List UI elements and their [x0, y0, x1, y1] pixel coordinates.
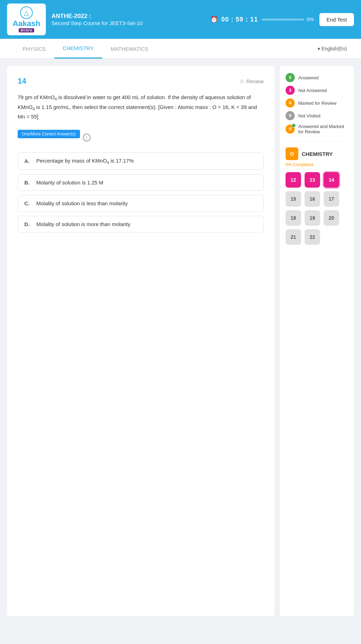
star-icon: ☆ — [239, 78, 244, 85]
question-grid: 12 13 14 15 16 17 18 19 20 21 22 — [286, 172, 348, 245]
q-btn-16[interactable]: 16 — [305, 191, 320, 207]
tab-physics[interactable]: PHYSICS — [14, 40, 54, 58]
option-b[interactable]: B. Molarity of solution is 1.25 M — [18, 174, 264, 191]
main-content: 14 ☆ Review 79 gm of KMnO4 is dissolved … — [0, 59, 361, 623]
marked-label: Marked for Review — [298, 101, 336, 106]
chemistry-section-title: CHEMISTRY — [302, 151, 333, 157]
status-marked: 0 Marked for Review — [286, 98, 348, 108]
progress-bar-container: 0% — [262, 17, 314, 22]
logo: △ Aakash BYJU'S — [7, 4, 46, 35]
marked-count: 0 — [289, 101, 292, 105]
review-label: Review — [246, 78, 264, 84]
header: △ Aakash BYJU'S ANTHE-2022 : Second Step… — [0, 0, 361, 39]
option-c-text: Molality of solution is less than molari… — [36, 200, 257, 206]
option-d-letter: D. — [24, 221, 31, 227]
progress-pct: 0% — [307, 17, 314, 22]
logo-icon: △ — [20, 6, 33, 19]
not-visited-count: 8 — [289, 113, 292, 118]
logo-byju-text: BYJU'S — [19, 28, 34, 32]
not-visited-label: Not Visited — [298, 113, 320, 119]
timer-icon: ⏰ — [210, 16, 218, 23]
q-btn-20[interactable]: 20 — [324, 210, 339, 226]
answered-marked-label: Answered and Marked for Review — [298, 124, 348, 134]
question-number: 14 — [18, 77, 26, 86]
answer-type-tag: One/More Correct Answer(s) — [18, 130, 80, 138]
status-not-visited: 8 Not Visited — [286, 111, 348, 120]
sidebar: 0 Answered 3 Not Answered 0 Marked for R… — [280, 66, 354, 616]
not-visited-badge: 8 — [286, 111, 295, 120]
not-answered-badge: 3 — [286, 86, 295, 95]
grid-row-3: 18 19 20 — [286, 210, 348, 226]
answered-marked-badge: 0 — [286, 124, 295, 134]
q-btn-18[interactable]: 18 — [286, 210, 301, 226]
option-a-letter: A. — [24, 158, 31, 164]
q-btn-14[interactable]: 14 — [324, 172, 339, 188]
exam-subtitle: Second Step Course for JEET3-Set-10 — [51, 20, 204, 26]
info-icon[interactable]: i — [83, 134, 91, 141]
answered-badge: 0 — [286, 73, 295, 82]
not-answered-count: 3 — [289, 88, 292, 93]
q-btn-21[interactable]: 21 — [286, 229, 301, 245]
exam-title: ANTHE-2022 : — [51, 13, 204, 20]
tab-chemistry[interactable]: CHEMISTRY — [54, 39, 102, 59]
status-answered-marked: 0 Answered and Marked for Review — [286, 124, 348, 134]
option-b-letter: B. — [24, 180, 31, 186]
logo-aakash-text: Aakash — [13, 20, 40, 28]
chemistry-section: ⚙ CHEMISTRY 0% Completed 12 13 14 15 16 … — [286, 141, 348, 245]
grid-row-1: 12 13 14 — [286, 172, 348, 188]
language-selector[interactable]: ▾ English(En) — [318, 46, 347, 51]
q-btn-17[interactable]: 17 — [324, 191, 339, 207]
options-list: A. Percentage by mass of KMnO4 is 17.17%… — [18, 152, 264, 232]
option-d-text: Molality of solution is more than molari… — [36, 221, 257, 227]
tab-mathematics[interactable]: MATHEMATICS — [102, 40, 157, 58]
grid-row-4: 21 22 — [286, 229, 348, 245]
progress-bar — [262, 19, 304, 20]
question-header: 14 ☆ Review — [18, 77, 264, 86]
marked-badge: 0 — [286, 98, 295, 108]
chevron-down-icon: ▾ — [318, 46, 320, 51]
status-answered: 0 Answered — [286, 73, 348, 82]
language-label: English(En) — [322, 46, 347, 51]
option-c[interactable]: C. Molality of solution is less than mol… — [18, 195, 264, 212]
question-text: 79 gm of KMnO4 is dissolved in water to … — [18, 93, 264, 121]
chemistry-header: ⚙ CHEMISTRY — [286, 147, 348, 160]
chemistry-icon: ⚙ — [286, 147, 298, 160]
question-area: 14 ☆ Review 79 gm of KMnO4 is dissolved … — [7, 66, 274, 616]
timer-value: 00 : 59 : 11 — [221, 16, 258, 23]
option-b-text: Molarity of solution is 1.25 M — [36, 180, 257, 186]
nav-tabs: PHYSICS CHEMISTRY MATHEMATICS ▾ English(… — [0, 39, 361, 59]
not-answered-label: Not Answered — [298, 88, 327, 93]
grid-row-2: 15 16 17 — [286, 191, 348, 207]
review-button[interactable]: ☆ Review — [239, 78, 264, 85]
answered-marked-count: 0 — [289, 127, 292, 132]
answered-label: Answered — [298, 75, 319, 80]
q-btn-13[interactable]: 13 — [305, 172, 320, 188]
option-a[interactable]: A. Percentage by mass of KMnO4 is 17.17% — [18, 152, 264, 170]
q-btn-12[interactable]: 12 — [286, 172, 301, 188]
end-test-button[interactable]: End Test — [319, 13, 354, 26]
option-d[interactable]: D. Molality of solution is more than mol… — [18, 216, 264, 232]
q-btn-19[interactable]: 19 — [305, 210, 320, 226]
status-legend: 0 Answered 3 Not Answered 0 Marked for R… — [286, 73, 348, 134]
q-btn-15[interactable]: 15 — [286, 191, 301, 207]
header-title: ANTHE-2022 : Second Step Course for JEET… — [51, 13, 204, 26]
answered-count: 0 — [289, 75, 292, 80]
option-a-text: Percentage by mass of KMnO4 is 17.17% — [36, 158, 257, 165]
option-c-letter: C. — [24, 200, 31, 206]
q-btn-22[interactable]: 22 — [305, 229, 320, 245]
status-not-answered: 3 Not Answered — [286, 86, 348, 95]
completed-percentage: 0% Completed — [286, 162, 348, 167]
timer-section: ⏰ 00 : 59 : 11 0% — [210, 16, 314, 23]
